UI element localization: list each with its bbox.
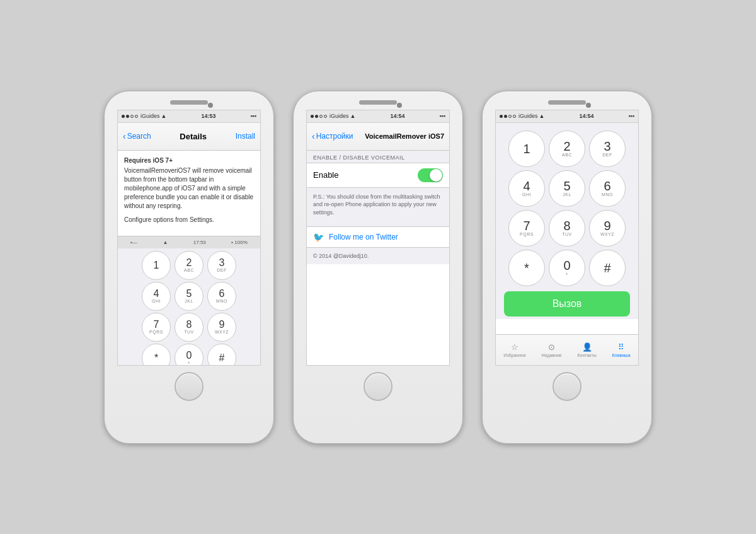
phone1-screen: iGuides ▲ 14:53 ▪▪▪ ‹ Search Details Ins…	[117, 110, 261, 366]
phone1-dial-hash[interactable]: #	[207, 344, 236, 366]
phone1-dial-0[interactable]: 0 +	[175, 344, 203, 366]
phone2-carrier: iGuides	[329, 113, 349, 119]
phone1-signal-2	[126, 115, 129, 118]
phone2-content: ENABLE / DISABLE VOICEMAIL Enable P.S.: …	[307, 151, 449, 265]
phone1-signal-1	[122, 115, 125, 118]
phone1-status-bar: iGuides ▲ 14:53 ▪▪▪	[118, 110, 260, 123]
phone2-camera	[397, 103, 402, 108]
phone3-sig1	[500, 115, 503, 118]
phone2-back-button[interactable]: ‹ Настройки	[312, 131, 353, 141]
phone3-status-right: ▪▪▪	[628, 113, 634, 119]
phone2-back-label[interactable]: Настройки	[316, 132, 353, 141]
phone3-camera	[586, 103, 591, 108]
phone3-dial-6[interactable]: 6 MNO	[589, 170, 626, 207]
phone1-back-label[interactable]: Search	[127, 132, 151, 141]
phone3-top	[483, 91, 651, 110]
phone3-tab-favorites-icon: ☆	[511, 342, 518, 352]
phone1-dialpad-row3: 7 PQRS 8 TUV 9 WXYZ	[142, 313, 236, 342]
phone2-status-left: iGuides ▲	[311, 113, 355, 119]
phone2-toggle[interactable]	[418, 168, 443, 182]
phone2-sig2	[315, 115, 318, 118]
phone2: iGuides ▲ 14:54 ▪▪▪ ‹ Настройки Voicemai…	[293, 91, 463, 444]
phone1-requires: Requires iOS 7+	[124, 157, 254, 164]
phone3-carrier: iGuides	[518, 113, 538, 119]
phone3-row3: 7 PQRS 8 TUV 9 WXYZ	[508, 210, 626, 247]
phone3: iGuides ▲ 14:54 ▪▪▪ 1	[482, 91, 652, 444]
phone1-dial-7[interactable]: 7 PQRS	[142, 313, 171, 342]
phone3-dial-9[interactable]: 9 WXYZ	[589, 210, 626, 247]
phone3-tab-bar: ☆ Избранное ⊙ Недавние 👤 Контакты ⠿ Клав…	[496, 334, 638, 365]
phone1-wifi-icon: ▲	[161, 113, 167, 119]
phone1-time: 14:53	[201, 113, 215, 119]
phone3-dial-3[interactable]: 3 DEF	[589, 131, 626, 167]
phone3-tab-contacts[interactable]: 👤 Контакты	[577, 342, 596, 357]
phone2-home-button[interactable]	[364, 372, 392, 401]
phone1-dial-6[interactable]: 6 MNO	[207, 282, 236, 311]
phone3-dial-5[interactable]: 5 JKL	[549, 170, 585, 207]
phone2-nav-bar: ‹ Настройки VoicemailRemover iOS7	[307, 123, 449, 151]
phone3-call-button[interactable]: Вызов	[504, 291, 630, 316]
phone3-dial-4[interactable]: 4 GHI	[508, 170, 545, 207]
phone1-inner-status: ▪— ▲ 17:53 ▪ 100%	[118, 236, 260, 248]
phone3-tab-favorites-label: Избранное	[503, 353, 525, 357]
phone3-tab-keypad[interactable]: ⠿ Клавиша	[612, 342, 630, 357]
phone3-row2: 4 GHI 5 JKL 6 MNO	[508, 170, 626, 207]
phone3-home-button[interactable]	[553, 372, 581, 401]
phone3-tab-recent[interactable]: ⊙ Недавние	[542, 342, 562, 357]
phone3-sig3	[508, 115, 512, 118]
phone1-speaker	[170, 100, 208, 105]
phone2-copyright: © 2014 @Davidedj10.	[307, 248, 449, 264]
phone2-twitter-link[interactable]: Follow me on Twitter	[329, 233, 398, 241]
phone3-battery: ▪▪▪	[628, 113, 634, 119]
phone3-tab-keypad-icon: ⠿	[618, 342, 624, 352]
phone1-dial-5[interactable]: 5 JKL	[175, 282, 203, 311]
phone1-home-button[interactable]	[175, 372, 203, 401]
phone2-battery: ▪▪▪	[439, 113, 445, 119]
phone1-dial-8[interactable]: 8 TUV	[175, 313, 203, 342]
phone1-nav-bar: ‹ Search Details Install	[118, 123, 260, 151]
phone3-dial-star[interactable]: *	[508, 250, 545, 286]
phone3-dial-hash[interactable]: #	[589, 250, 626, 286]
phone1-dialpad-row2: 4 GHI 5 JKL 6 MNO	[142, 282, 236, 311]
phone3-dial-1[interactable]: 1	[508, 131, 545, 167]
phone1-inner-time: 17:53	[193, 240, 206, 245]
phone1-nav-title: Details	[180, 132, 207, 141]
phone1-install-button[interactable]: Install	[236, 132, 255, 141]
phone2-top	[294, 91, 462, 110]
phone2-sig4	[324, 115, 327, 118]
phone3-row4: * 0 + #	[508, 250, 626, 286]
phone3-tab-recent-label: Недавние	[542, 353, 562, 357]
phone2-note: P.S.: You should close from the multitas…	[307, 188, 449, 222]
phone1-configure: Configure options from Settings.	[124, 216, 254, 224]
phone2-status-right: ▪▪▪	[439, 113, 445, 119]
phone1-dial-3[interactable]: 3 DEF	[207, 251, 236, 280]
phone1-back-button[interactable]: ‹ Search	[123, 131, 151, 141]
phone3-tab-favorites[interactable]: ☆ Избранное	[503, 342, 525, 357]
phone1-inner-signal: ▪—	[130, 240, 137, 245]
phone3-dial-7[interactable]: 7 PQRS	[508, 210, 545, 247]
phone3-dial-2[interactable]: 2 ABC	[549, 131, 585, 167]
phone1: iGuides ▲ 14:53 ▪▪▪ ‹ Search Details Ins…	[104, 91, 274, 444]
phone1-dial-2[interactable]: 2 ABC	[175, 251, 203, 280]
phone2-twitter-row[interactable]: 🐦 Follow me on Twitter	[307, 226, 449, 248]
phone3-dialpad-area: 1 2 ABC 3 DEF 4	[496, 123, 638, 319]
phone1-dial-star[interactable]: *	[142, 344, 171, 366]
phone1-dial-4[interactable]: 4 GHI	[142, 282, 171, 311]
phone1-carrier: iGuides	[140, 113, 160, 119]
phone1-dialpad-row4: * 0 + #	[142, 344, 236, 366]
phone3-tab-recent-icon: ⊙	[548, 342, 555, 352]
phone3-dial-8[interactable]: 8 TUV	[549, 210, 585, 247]
phone2-wifi: ▲	[350, 113, 356, 119]
phone1-back-chevron: ‹	[123, 131, 126, 141]
phone1-dial-9[interactable]: 9 WXYZ	[207, 313, 236, 342]
phone3-screen: iGuides ▲ 14:54 ▪▪▪ 1	[495, 110, 639, 366]
phone3-bottom	[483, 366, 651, 401]
phone1-top	[105, 91, 273, 110]
phone1-dial-1[interactable]: 1	[142, 251, 171, 280]
phone1-battery: ▪▪▪	[250, 113, 256, 119]
phone1-inner-battery: ▪ 100%	[231, 240, 248, 245]
phone1-bottom	[105, 366, 273, 401]
phone2-enable-row[interactable]: Enable	[307, 163, 449, 188]
phone3-tab-contacts-icon: 👤	[582, 342, 592, 352]
phone3-dial-0[interactable]: 0 +	[549, 250, 585, 286]
